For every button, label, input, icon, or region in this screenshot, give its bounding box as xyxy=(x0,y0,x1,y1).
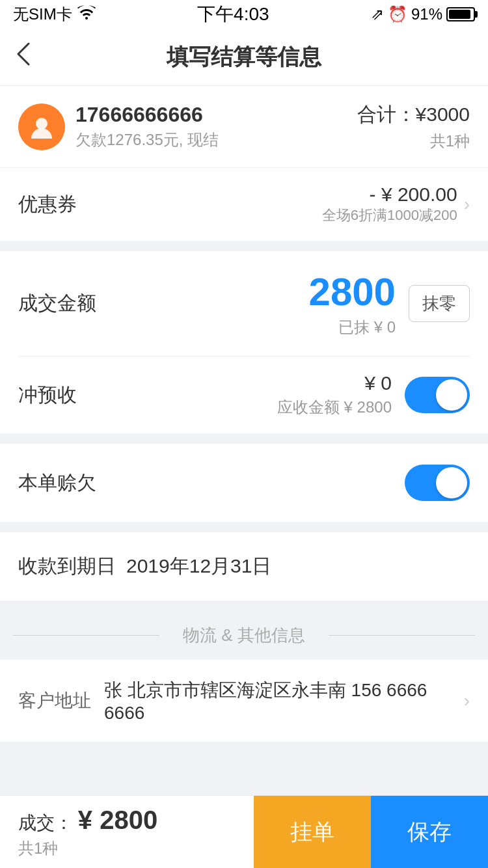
due-date-value: 2019年12月31日 xyxy=(126,553,271,580)
prepay-amount: ¥ 0 xyxy=(277,372,392,394)
save-button[interactable]: 保存 xyxy=(371,796,488,869)
coupon-discount: - ¥ 200.00 xyxy=(322,183,457,206)
coupon-desc: 全场6折满1000减200 xyxy=(322,206,457,225)
debt-row: 本单赊欠 xyxy=(18,444,470,522)
amount-right: 2800 已抹 ¥ 0 抹零 xyxy=(309,269,470,338)
battery-text: 91% xyxy=(411,5,442,23)
prepay-receivable: 应收金额 ¥ 2800 xyxy=(277,397,392,418)
address-row[interactable]: 客户地址 张 北京市市辖区海淀区永丰南 156 6666 6666 › xyxy=(18,660,470,742)
bottom-count: 共1种 xyxy=(18,838,236,859)
coupon-row[interactable]: 优惠券 - ¥ 200.00 全场6折满1000减200 › xyxy=(0,167,488,241)
amount-row: 成交金额 2800 已抹 ¥ 0 抹零 xyxy=(18,251,470,356)
prepay-toggle[interactable] xyxy=(405,377,470,413)
coupon-chevron-icon: › xyxy=(464,194,470,215)
status-bar-left: 无SIM卡 xyxy=(13,4,96,25)
coupon-label: 优惠券 xyxy=(18,191,77,218)
bottom-bar: 成交： ¥ 2800 共1种 挂单 保存 xyxy=(0,795,488,868)
bottom-amount: ¥ 2800 xyxy=(78,806,157,834)
back-button[interactable] xyxy=(16,41,31,73)
logistics-label: 物流 & 其他信息 xyxy=(183,624,305,647)
bottom-summary: 成交： ¥ 2800 共1种 xyxy=(0,806,254,859)
avatar xyxy=(18,103,65,150)
amount-section: 成交金额 2800 已抹 ¥ 0 抹零 冲预收 ¥ 0 应收金额 ¥ 2800 xyxy=(0,251,488,433)
location-icon: ⇗ xyxy=(371,5,384,23)
bottom-deal-label: 成交： xyxy=(18,813,73,833)
amount-sub: 已抹 ¥ 0 xyxy=(309,317,396,338)
address-label: 客户地址 xyxy=(18,688,91,713)
debt-toggle[interactable] xyxy=(405,465,470,501)
debt-label: 本单赊欠 xyxy=(18,470,96,496)
customer-right: 合计：¥3000 共1种 xyxy=(357,102,470,152)
total-count: 共1种 xyxy=(357,131,470,152)
customer-left: 17666666666 欠款1276.35元, 现结 xyxy=(18,103,219,150)
debt-toggle-knob xyxy=(436,467,467,498)
amount-label: 成交金额 xyxy=(18,290,96,317)
logistics-divider: 物流 & 其他信息 xyxy=(0,611,488,660)
debt-section: 本单赊欠 xyxy=(0,444,488,522)
logistics-line-right xyxy=(329,635,475,636)
content: 17666666666 欠款1276.35元, 现结 合计：¥3000 共1种 … xyxy=(0,86,488,868)
prepay-values: ¥ 0 应收金额 ¥ 2800 xyxy=(277,372,392,418)
logistics-line-left xyxy=(13,635,159,636)
address-value: 张 北京市市辖区海淀区永丰南 156 6666 6666 xyxy=(104,678,451,724)
customer-phone: 17666666666 xyxy=(75,103,219,127)
carrier-text: 无SIM卡 xyxy=(13,4,72,25)
prepay-row: 冲预收 ¥ 0 应收金额 ¥ 2800 xyxy=(18,356,470,433)
prepay-right: ¥ 0 应收金额 ¥ 2800 xyxy=(277,372,470,418)
hold-button[interactable]: 挂单 xyxy=(254,796,371,869)
customer-card: 17666666666 欠款1276.35元, 现结 合计：¥3000 共1种 … xyxy=(0,86,488,241)
customer-info: 17666666666 欠款1276.35元, 现结 xyxy=(75,103,219,150)
alarm-icon: ⏰ xyxy=(388,5,407,23)
due-date-row: 收款到期日 2019年12月31日 xyxy=(18,532,470,601)
due-date-label: 收款到期日 xyxy=(18,553,116,580)
prepay-label: 冲预收 xyxy=(18,382,77,409)
status-bar-right: ⇗ ⏰ 91% xyxy=(371,5,475,23)
svg-point-0 xyxy=(36,118,47,129)
battery-icon xyxy=(446,7,475,21)
toggle-knob xyxy=(436,379,467,411)
status-bar: 无SIM卡 下午4:03 ⇗ ⏰ 91% xyxy=(0,0,488,29)
nav-bar: 填写结算等信息 xyxy=(0,29,488,86)
address-section: 客户地址 张 北京市市辖区海淀区永丰南 156 6666 6666 › xyxy=(0,660,488,742)
customer-debt: 欠款1276.35元, 现结 xyxy=(75,129,219,150)
due-date-section: 收款到期日 2019年12月31日 xyxy=(0,532,488,601)
total-amount: 合计：¥3000 xyxy=(357,102,470,128)
amount-value: 2800 xyxy=(309,269,396,314)
wifi-icon xyxy=(77,5,96,23)
page-title: 填写结算等信息 xyxy=(167,42,321,72)
bottom-deal-row: 成交： ¥ 2800 xyxy=(18,806,236,835)
coupon-right: - ¥ 200.00 全场6折满1000减200 › xyxy=(322,183,470,225)
customer-row: 17666666666 欠款1276.35元, 现结 合计：¥3000 共1种 xyxy=(0,86,488,167)
round-button[interactable]: 抹零 xyxy=(409,285,470,322)
address-chevron-icon: › xyxy=(464,690,470,711)
status-bar-time: 下午4:03 xyxy=(197,2,269,27)
